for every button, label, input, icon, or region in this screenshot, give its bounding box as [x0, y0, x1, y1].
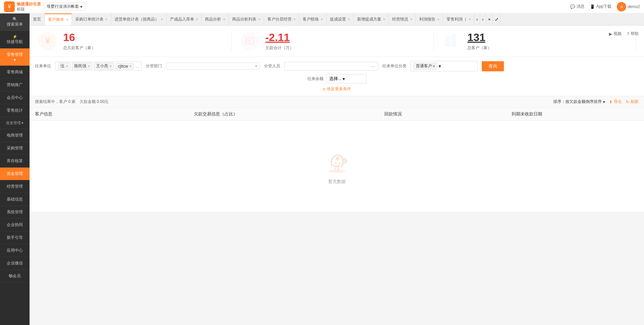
- tab-retail-profit[interactable]: 零售利润（ ×: [443, 13, 474, 26]
- unit-tag-input[interactable]: 伍 × 陈民强 × 王小亮 × cjttcw ×: [55, 62, 142, 71]
- tag-chen-close[interactable]: ×: [88, 64, 90, 69]
- video-label: 视频: [613, 31, 621, 37]
- tab-retail-profit-close[interactable]: ×: [469, 17, 471, 21]
- dept-select[interactable]: ▾: [166, 63, 260, 70]
- tab-business-status[interactable]: 经营情况 ×: [389, 13, 416, 26]
- svg-rect-6: [445, 36, 450, 46]
- tab-customers-close[interactable]: ×: [66, 18, 68, 22]
- video-btn[interactable]: ▶ 视频: [609, 31, 621, 37]
- sidebar-item-ecommerce[interactable]: 电商管理: [0, 129, 30, 142]
- tab-cost-inbound-close[interactable]: ×: [196, 17, 198, 21]
- collapse-icon: ∧: [323, 87, 326, 92]
- classify-tag-close[interactable]: ×: [433, 64, 435, 69]
- tab-profit-report[interactable]: 利润报告 ×: [416, 13, 443, 26]
- tab-new-promote-close[interactable]: ×: [383, 17, 385, 21]
- tab-product-list-close[interactable]: ×: [258, 17, 260, 21]
- tab-cost-inbound[interactable]: 产成品入库单 ×: [167, 13, 202, 26]
- tab-profit-report-close[interactable]: ×: [437, 17, 439, 21]
- tab-promote-settings[interactable]: 提成设置 ×: [327, 13, 354, 26]
- stat-total-label: 总客户（家）: [467, 45, 491, 51]
- tab-customer-segment-close[interactable]: ×: [294, 17, 296, 21]
- sidebar-item-marketing[interactable]: 营销推广: [0, 79, 30, 92]
- enterprise-label: 企业协同: [2, 222, 28, 228]
- industry-select[interactable]: 母婴行业演示帐套 ▾: [44, 3, 85, 10]
- classify-select[interactable]: 普通客户 × ▾: [411, 61, 478, 71]
- help-label: 帮助: [631, 31, 639, 37]
- person-select[interactable]: ···: [284, 62, 378, 71]
- tab-customer-segment[interactable]: 客户分层经营 ×: [264, 13, 299, 26]
- sidebar-item-wholesale[interactable]: 批发管理 ▾: [0, 117, 30, 129]
- tab-customers[interactable]: 客户账本 ×: [45, 13, 72, 26]
- tab-customer-contact-close[interactable]: ×: [321, 17, 323, 21]
- sidebar-item-purchase[interactable]: 采购管理: [0, 142, 30, 155]
- tab-inbound-stats[interactable]: 进货单统计表（按商品） ×: [111, 13, 167, 26]
- basic-label: 基础信息: [2, 196, 28, 202]
- brand-line1: 畅捷通好生意: [17, 2, 41, 6]
- sidebar-item-system[interactable]: 系统管理: [0, 206, 30, 219]
- tab-close-all[interactable]: ×: [486, 13, 493, 26]
- tab-purchase-stats[interactable]: 采购订单统计表 ×: [72, 13, 111, 26]
- tab-product-analysis[interactable]: 商品分析 ×: [202, 13, 229, 26]
- tab-profit-report-label: 利润报告: [419, 16, 435, 22]
- stat-total-text: 131 总客户（家）: [467, 31, 491, 51]
- export-btn[interactable]: ⬆ 导出: [609, 99, 622, 105]
- sidebar-item-newbie[interactable]: 新手引导: [0, 231, 30, 244]
- tag-cjttcw-close[interactable]: ×: [129, 64, 132, 69]
- svg-text:¥: ¥: [45, 36, 50, 46]
- page-content: ¥ 16 总欠款客户（家）: [30, 26, 644, 325]
- sidebar-item-business[interactable]: 经营管理: [0, 180, 30, 193]
- tag-wu-close[interactable]: ×: [66, 64, 68, 69]
- collapse-btn[interactable]: ∧ 收起更多条件: [323, 86, 351, 92]
- appstore-label: 应用中心: [2, 248, 28, 253]
- tab-nav-next[interactable]: ›: [480, 13, 486, 26]
- classify-tag: 普通客户 ×: [414, 63, 437, 70]
- content-area: 首页 客户账本 × 采购订单统计表 × 进货单统计表（按商品） × 产成品入库单…: [30, 13, 644, 325]
- stat-debtors-value: 16: [63, 31, 95, 44]
- tab-business-status-close[interactable]: ×: [410, 17, 412, 21]
- tab-customer-contact[interactable]: 客户联络 ×: [299, 13, 327, 26]
- sidebar-item-inventory[interactable]: 库存核算: [0, 155, 30, 168]
- collapse-row: ∧ 收起更多条件: [35, 86, 639, 92]
- member-label: 会员中心: [2, 95, 28, 101]
- newbie-label: 新手引导: [2, 235, 28, 241]
- tab-customer-segment-label: 客户分层经营: [267, 16, 292, 22]
- balance-select[interactable]: 选择... ▾: [326, 74, 367, 83]
- sidebar-item-basic[interactable]: 基础信息: [0, 193, 30, 206]
- sidebar-item-search[interactable]: 🔍 搜索菜单: [0, 13, 30, 31]
- sidebar-item-quick-nav[interactable]: ⚡ 快捷导航: [0, 31, 30, 48]
- sidebar-item-finance[interactable]: 资金管理: [0, 168, 30, 180]
- tab-purchase-stats-close[interactable]: ×: [105, 17, 108, 21]
- tag-more[interactable]: ...: [135, 64, 139, 69]
- tab-home[interactable]: 首页: [30, 13, 45, 26]
- stat-total-value: 131: [467, 31, 491, 44]
- svg-point-14: [345, 160, 346, 162]
- sidebar-item-appstore[interactable]: 应用中心: [0, 244, 30, 257]
- tab-promote-settings-close[interactable]: ×: [348, 17, 350, 21]
- tag-wang-close[interactable]: ×: [110, 64, 112, 69]
- purchase-label: 采购管理: [2, 145, 28, 151]
- tab-product-list[interactable]: 商品分析列表 ×: [229, 13, 264, 26]
- wholesale-label: 批发管理: [6, 120, 21, 125]
- help-btn[interactable]: ? 帮助: [627, 31, 639, 37]
- sidebar-item-retail-mall[interactable]: 零售商城: [0, 66, 30, 79]
- app-download-btn[interactable]: 📱 App下载: [590, 4, 611, 9]
- sidebar-item-retail-stats[interactable]: 零售统计: [0, 104, 30, 117]
- message-btn[interactable]: 💬 消息: [570, 4, 585, 9]
- sidebar-item-enterprise[interactable]: 企业协同: [0, 219, 30, 231]
- sidebar-item-vip[interactable]: 畅会员: [0, 270, 30, 283]
- tab-inbound-stats-close[interactable]: ×: [161, 17, 163, 21]
- tab-new-promote[interactable]: 新增提成方案 ×: [354, 13, 389, 26]
- query-button[interactable]: 查询: [482, 61, 504, 71]
- tab-nav-prev[interactable]: ‹: [474, 13, 480, 26]
- user-profile[interactable]: d demo2: [617, 2, 640, 11]
- sort-select[interactable]: 排序：按欠款金额倒序排序 ▾: [553, 99, 605, 105]
- tab-product-list-label: 商品分析列表: [232, 16, 256, 22]
- tab-product-analysis-close[interactable]: ×: [223, 17, 225, 21]
- refresh-btn[interactable]: ↻ 刷新: [626, 99, 639, 105]
- sidebar-item-member[interactable]: 会员中心: [0, 92, 30, 104]
- tab-fullscreen[interactable]: ⤢: [493, 13, 501, 26]
- marketing-label: 营销推广: [2, 82, 28, 88]
- sidebar-item-retail[interactable]: 零售管理 ▾: [0, 48, 30, 66]
- sidebar-item-wechat[interactable]: 企业微信: [0, 257, 30, 270]
- retail-stats-label: 零售统计: [2, 108, 28, 113]
